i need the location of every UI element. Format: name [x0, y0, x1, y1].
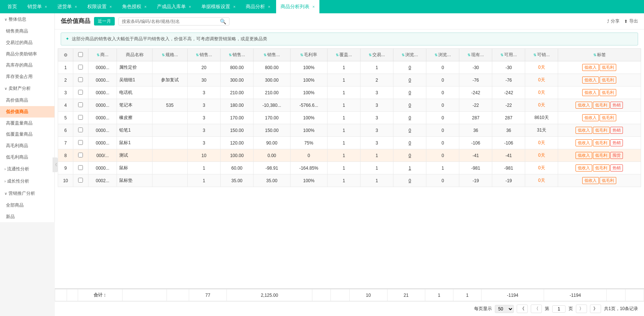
- cell-checkbox[interactable]: [73, 137, 88, 149]
- cell-browse1[interactable]: 0: [393, 112, 426, 124]
- nav-role-auth-close[interactable]: ×: [144, 4, 147, 9]
- cell-browse1[interactable]: 0: [393, 99, 426, 112]
- cell-checkbox[interactable]: [73, 124, 88, 137]
- cell-browse1[interactable]: 0: [393, 86, 426, 99]
- row-checkbox[interactable]: [78, 90, 83, 95]
- first-page-button[interactable]: 《: [517, 305, 528, 313]
- row-checkbox[interactable]: [78, 77, 83, 82]
- sidebar-section-marketing[interactable]: ∨ 营销推广分析: [0, 187, 54, 200]
- sidebar-item-high-value[interactable]: 高价值商品: [0, 95, 54, 106]
- sidebar-item-high-profit[interactable]: 高毛利商品: [0, 140, 54, 152]
- row-checkbox[interactable]: [78, 115, 83, 120]
- sidebar-item-new-products[interactable]: 新品: [0, 211, 54, 222]
- col-transactions[interactable]: ⇅交易...: [360, 49, 393, 61]
- nav-template-settings-close[interactable]: ×: [233, 4, 235, 9]
- col-browse2[interactable]: ⇅浏览...: [426, 49, 459, 61]
- per-page-select[interactable]: 50 100 200: [495, 305, 514, 313]
- col-tags[interactable]: ⇅标签: [558, 49, 641, 61]
- nav-template-settings[interactable]: 单据模板设置 ×: [197, 0, 240, 13]
- cell-checkbox[interactable]: [73, 112, 88, 124]
- browse1-value[interactable]: 0: [409, 178, 411, 183]
- export-button[interactable]: ⬆ 导出: [624, 18, 638, 24]
- nav-product-storage[interactable]: 产成品入库单 ×: [152, 0, 195, 13]
- browse1-value[interactable]: 0: [409, 115, 411, 120]
- cell-browse1[interactable]: 0: [393, 174, 426, 187]
- cell-browse1[interactable]: 0: [393, 149, 426, 162]
- col-sales-amount[interactable]: ⇅销售...: [254, 49, 291, 61]
- cell-browse1[interactable]: 0: [393, 61, 426, 74]
- row-checkbox[interactable]: [78, 165, 83, 170]
- col-sellable[interactable]: ⇅可销...: [525, 49, 558, 61]
- nav-purchase-order-close[interactable]: ×: [75, 4, 77, 9]
- col-name[interactable]: 商品名称: [117, 49, 152, 61]
- sidebar-section-asset[interactable]: ∨ 卖财产分析: [0, 82, 54, 95]
- last-page-button[interactable]: 》: [590, 305, 601, 313]
- nav-home[interactable]: 首页: [3, 0, 21, 13]
- cell-checkbox[interactable]: [73, 61, 88, 74]
- row-checkbox[interactable]: [78, 140, 83, 145]
- col-spec[interactable]: ⇅规格...: [152, 49, 187, 61]
- row-checkbox[interactable]: [78, 65, 83, 69]
- row-checkbox[interactable]: [78, 153, 83, 157]
- table-container[interactable]: ⚙ ⇅商... 商品名称 ⇅规格... ⇅销售... ⇅销售... ⇅销售...…: [55, 48, 644, 288]
- sidebar-item-traded-products[interactable]: 交易过的商品: [0, 37, 54, 48]
- cell-browse1[interactable]: 1: [393, 162, 426, 174]
- col-sales-qty[interactable]: ⇅销售...: [187, 49, 220, 61]
- page-number-input[interactable]: [552, 305, 566, 313]
- browse1-value[interactable]: 0: [409, 153, 411, 158]
- sidebar-item-low-profit[interactable]: 低毛利商品: [0, 152, 54, 163]
- row-checkbox[interactable]: [78, 178, 83, 183]
- cell-browse1[interactable]: 0: [393, 137, 426, 149]
- col-code[interactable]: ⇅商...: [88, 49, 117, 61]
- search-icon[interactable]: 🔍: [220, 18, 226, 24]
- row-checkbox[interactable]: [78, 102, 83, 107]
- sidebar-item-high-coverage[interactable]: 高覆盖量商品: [0, 118, 54, 129]
- cell-checkbox[interactable]: [73, 174, 88, 187]
- filter-recent-month-button[interactable]: 近一月: [94, 17, 115, 26]
- col-browse1[interactable]: ⇅浏览...: [393, 49, 426, 61]
- browse1-value[interactable]: 0: [409, 65, 411, 70]
- browse1-value[interactable]: 1: [409, 166, 411, 171]
- next-page-button[interactable]: 〉: [576, 305, 587, 313]
- sidebar-item-low-value[interactable]: 低价值商品: [0, 106, 54, 118]
- cell-checkbox[interactable]: [73, 149, 88, 162]
- cell-checkbox[interactable]: [73, 74, 88, 86]
- sidebar-collapse-button[interactable]: 《: [53, 157, 58, 172]
- nav-product-analysis-close[interactable]: ×: [268, 4, 270, 9]
- nav-permissions[interactable]: 权限设置 ×: [83, 0, 116, 13]
- browse1-value[interactable]: 0: [409, 78, 411, 83]
- sidebar-section-liquidity[interactable]: › 流通性分析: [0, 163, 54, 175]
- browse1-value[interactable]: 0: [409, 103, 411, 108]
- search-input[interactable]: [122, 19, 220, 24]
- browse1-value[interactable]: 0: [409, 128, 411, 133]
- col-coverage[interactable]: ⇅覆盖...: [328, 49, 360, 61]
- sidebar-item-stock-capital[interactable]: 库存资金占用: [0, 71, 54, 82]
- nav-permissions-close[interactable]: ×: [110, 4, 112, 9]
- cell-checkbox[interactable]: [73, 99, 88, 112]
- cell-checkbox[interactable]: [73, 86, 88, 99]
- col-current-stock[interactable]: ⇅现有...: [459, 49, 492, 61]
- sidebar-item-low-coverage[interactable]: 低覆盖量商品: [0, 129, 54, 140]
- share-button[interactable]: ⤴ 分享: [607, 18, 620, 24]
- nav-product-analysis-list-close[interactable]: ×: [312, 4, 315, 9]
- sidebar-item-sales-products[interactable]: 销售类商品: [0, 26, 54, 37]
- sidebar-item-category-rate[interactable]: 商品分类助销率: [0, 48, 54, 60]
- col-available[interactable]: ⇅可用...: [492, 49, 525, 61]
- col-gross-rate[interactable]: ⇅毛利率: [290, 49, 328, 61]
- row-checkbox[interactable]: [78, 128, 83, 132]
- select-all-checkbox[interactable]: [78, 52, 83, 57]
- nav-role-auth[interactable]: 角色授权 ×: [118, 0, 151, 13]
- sidebar-section-growth[interactable]: › 成长性分析: [0, 175, 54, 187]
- col-sales-price[interactable]: ⇅销售...: [221, 49, 254, 61]
- nav-sales-order[interactable]: 销货单 ×: [23, 0, 51, 13]
- browse1-value[interactable]: 0: [409, 90, 411, 95]
- col-settings[interactable]: ⚙: [58, 49, 73, 61]
- cell-browse1[interactable]: 0: [393, 74, 426, 86]
- sidebar-item-high-stock[interactable]: 高库存的商品: [0, 60, 54, 71]
- nav-sales-order-close[interactable]: ×: [45, 4, 47, 9]
- prev-page-button[interactable]: 〈: [531, 305, 542, 313]
- nav-product-analysis-list[interactable]: 商品分析列表 ×: [276, 0, 319, 13]
- browse1-value[interactable]: 0: [409, 140, 411, 146]
- nav-purchase-order[interactable]: 进货单 ×: [53, 0, 81, 13]
- col-checkbox[interactable]: [73, 49, 88, 61]
